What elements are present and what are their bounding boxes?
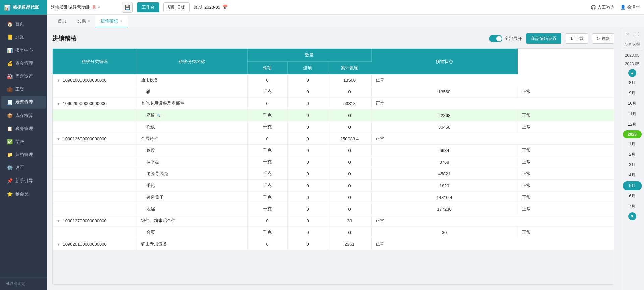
- period-month-10[interactable]: 10月: [623, 99, 642, 108]
- period-scroll-down[interactable]: ▼: [628, 212, 636, 220]
- switch-version-button[interactable]: 切到旧版: [163, 2, 190, 12]
- td-name: 轮毂: [137, 145, 247, 156]
- panel-expand-button[interactable]: ⛶: [634, 31, 640, 38]
- tab-reconcile[interactable]: 进销稽核 ×: [95, 15, 127, 27]
- salary-icon: 💼: [7, 87, 13, 92]
- expand-icon[interactable]: ▼: [57, 219, 60, 223]
- td-code: [53, 192, 137, 203]
- sidebar-item-label: 新手引导: [15, 178, 33, 184]
- td-purchase: 0: [287, 98, 328, 110]
- sidebar-item-reports[interactable]: 📊 报表中心: [1, 44, 46, 57]
- period-month-8[interactable]: 8月: [623, 78, 642, 87]
- td-sales: 0: [287, 168, 328, 180]
- tab-invoice-close[interactable]: ×: [88, 19, 90, 23]
- td-unit: 千克: [247, 145, 287, 156]
- sidebar-item-home[interactable]: 🏠 首页: [1, 18, 46, 30]
- expand-icon[interactable]: ▼: [57, 78, 60, 82]
- tab-home[interactable]: 首页: [52, 15, 72, 27]
- td-warning: 正常: [371, 215, 518, 227]
- td-total: 13560: [371, 86, 518, 98]
- sidebar-item-member[interactable]: ⭐ 畅会员: [1, 188, 46, 200]
- calendar-icon[interactable]: 📅: [222, 5, 228, 10]
- guide-icon: 📌: [7, 178, 13, 184]
- td-total: 3768: [371, 156, 518, 168]
- sidebar-item-settlement[interactable]: ✅ 结账: [1, 135, 46, 148]
- save-draft-button[interactable]: 💾: [122, 2, 133, 13]
- sidebar-item-settings[interactable]: ⚙️ 设置: [1, 161, 46, 174]
- td-warning: 正常: [518, 86, 614, 98]
- funds-icon: 💰: [7, 61, 13, 66]
- inventory-icon: 📦: [7, 113, 13, 118]
- sidebar-item-inventory[interactable]: 📦 库存核算: [1, 109, 46, 122]
- period-month-6[interactable]: 6月: [623, 192, 642, 201]
- th-sales: 销项: [247, 62, 287, 75]
- expand-icon[interactable]: ▼: [57, 137, 60, 141]
- expand-icon[interactable]: ▼: [57, 242, 60, 246]
- td-name: 地漏: [137, 203, 247, 215]
- th-tax-code: 税收分类编码: [53, 49, 137, 74]
- period-month-2[interactable]: 2月: [623, 150, 642, 159]
- expand-icon[interactable]: ▼: [57, 102, 60, 106]
- support-button[interactable]: 🎧 人工咨询: [591, 4, 615, 10]
- sidebar-item-label: 首页: [15, 21, 24, 27]
- period-month-5[interactable]: 5月: [623, 181, 642, 190]
- search-icon[interactable]: 🔍: [156, 113, 161, 118]
- td-warning: 正常: [518, 110, 614, 121]
- tab-reconcile-close[interactable]: ×: [120, 19, 122, 23]
- sidebar-item-ledger[interactable]: 📒 总账: [1, 31, 46, 44]
- company-delete-label[interactable]: 删: [92, 5, 96, 10]
- period-month-1[interactable]: 1月: [623, 140, 642, 149]
- period-year-top: 2023.05: [625, 52, 639, 59]
- table-row: 轴 千克 0 0 13560 正常: [53, 86, 614, 98]
- user-menu[interactable]: 👤 徐泽华: [620, 4, 640, 10]
- workspace-button[interactable]: 工作台: [137, 2, 159, 12]
- td-total: 250083.4: [328, 133, 371, 145]
- refresh-button[interactable]: ↻ 刷新: [592, 33, 614, 44]
- td-total: 30450: [371, 121, 518, 133]
- sidebar-item-archive[interactable]: 📁 归档管理: [1, 148, 46, 161]
- period-month-12[interactable]: 12月: [623, 120, 642, 129]
- sidebar-item-guide[interactable]: 📌 新手引导: [1, 174, 46, 187]
- tab-invoice[interactable]: 发票 ×: [72, 15, 95, 27]
- period-year-badge-2023[interactable]: 2023: [623, 130, 642, 138]
- expand-toggle-switch[interactable]: [489, 35, 502, 42]
- period-month-11[interactable]: 11月: [623, 110, 642, 119]
- period-month-9[interactable]: 9月: [623, 89, 642, 98]
- th-quantity-group: 数量: [247, 49, 371, 62]
- download-label: 下载: [575, 35, 584, 42]
- td-code: ▼ 109010000000000000: [53, 74, 137, 86]
- user-name: 徐泽华: [627, 4, 640, 10]
- expand-all-toggle: 全部展开: [489, 35, 522, 42]
- panel-close-button[interactable]: ✕: [624, 31, 631, 38]
- table-row: ▼ 109029900000000000 其他专用设备及零部件 0 0 5331…: [53, 98, 614, 110]
- product-code-btn[interactable]: 商品编码设置: [526, 33, 561, 44]
- td-sales: 0: [287, 156, 328, 168]
- td-total: 30: [371, 227, 518, 238]
- tab-invoice-label: 发票: [77, 18, 86, 24]
- td-name: 锻件、粉末冶金件: [137, 215, 247, 227]
- td-unit: 千克: [247, 227, 287, 238]
- period-month-4[interactable]: 4月: [623, 171, 642, 180]
- sidebar-item-tax[interactable]: 📋 税务管理: [1, 122, 46, 135]
- sidebar-item-funds[interactable]: 💰 资金管理: [1, 57, 46, 70]
- sidebar-item-salary[interactable]: 💼 工资: [1, 83, 46, 96]
- sidebar-item-assets[interactable]: 🏭 固定资产: [1, 70, 46, 83]
- td-total: 45821: [371, 168, 518, 180]
- td-code: [53, 227, 137, 238]
- td-name: 抹平盘: [137, 156, 247, 168]
- period-month-7[interactable]: 7月: [623, 202, 642, 211]
- table-row: ▼ 109010000000000000 通用设备 0 0 13560 正常: [53, 74, 614, 86]
- topbar-period: 账期 2023-05 📅: [194, 4, 228, 10]
- td-sales: 0: [287, 227, 328, 238]
- period-scroll-up[interactable]: ▲: [628, 69, 636, 77]
- archive-icon: 📁: [7, 152, 13, 157]
- company-dropdown-icon[interactable]: ▾: [98, 5, 100, 10]
- td-name: 合页: [137, 227, 247, 238]
- sidebar-item-invoice[interactable]: 🧾 发票管理: [1, 96, 46, 109]
- download-button[interactable]: ⬇ 下载: [566, 33, 588, 44]
- main-area: 沈海英测试经营勿删 删 ▾ 💾 工作台 切到旧版 账期 2023-05 📅 🎧 …: [47, 0, 644, 290]
- td-purchase: 0: [328, 192, 371, 203]
- td-total: 22868: [371, 110, 518, 121]
- sidebar-footer-unpin[interactable]: ◀取消固定: [0, 277, 47, 290]
- period-month-3[interactable]: 3月: [623, 160, 642, 169]
